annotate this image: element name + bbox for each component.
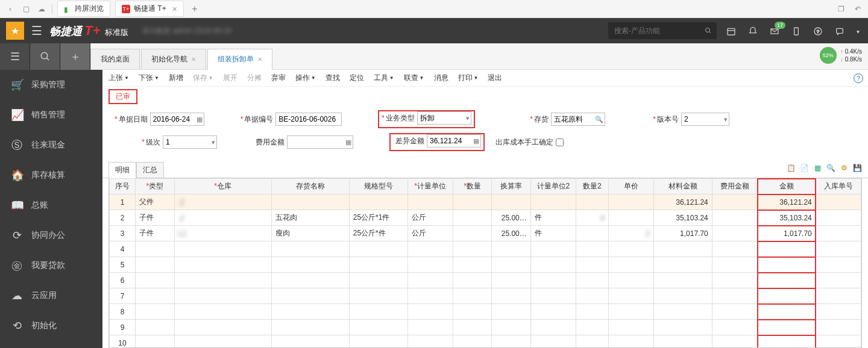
toolbar-查找[interactable]: 查找 [326,73,340,83]
search-input[interactable] [608,22,717,39]
table-row-empty[interactable]: 9 [110,320,861,335]
col-header[interactable]: 材料金额 [654,179,712,194]
save-layout-icon[interactable]: 💾 [852,163,862,173]
bell-icon[interactable] [746,25,760,36]
mail-icon[interactable]: 17 [767,25,782,36]
grid-actions: 📋 📄 ▦ 🔍 ⚙ 💾 [786,162,862,178]
table-row-empty[interactable]: 10 [110,335,861,349]
sidebar-item-house[interactable]: 🏠库存核算 [0,160,102,190]
level-input[interactable] [163,135,217,149]
dropdown-icon[interactable]: ▾ [466,114,470,122]
restore-icon[interactable]: ❐ [835,4,846,14]
toolbar-联查[interactable]: 联查▼ [404,73,424,83]
col-header[interactable]: 类型 [136,179,175,194]
favorite-icon[interactable]: ★ [6,22,24,40]
form-help-icon[interactable]: ? [854,73,863,83]
toolbar-上张[interactable]: 上张▼ [108,73,129,83]
table-row-empty[interactable]: 5 [110,257,861,273]
calendar-icon[interactable] [724,25,738,36]
toolbar-下张[interactable]: 下张▼ [139,73,159,83]
nav-add-icon[interactable]: ＋ [60,43,90,70]
version-input[interactable] [681,113,729,126]
doc-tab[interactable]: 初始化导航✕ [141,49,206,69]
biztype-input[interactable] [417,111,471,125]
sidebar-item-ledger[interactable]: 📖总账 [0,190,102,220]
sidebar-item-loan[interactable]: ㊎我要贷款 [0,250,102,281]
nav-search-icon[interactable] [30,43,60,70]
col-header[interactable]: 金额 [758,179,816,194]
dropdown-icon[interactable]: ▾ [724,116,728,123]
fee-input[interactable] [287,135,353,149]
toolbar-定位[interactable]: 定位 [350,73,364,83]
col-header[interactable]: 计量单位2 [530,179,576,194]
toolbar-操作[interactable]: 操作▼ [295,73,316,83]
lookup-icon[interactable]: 🔍 [595,116,603,123]
collapse-sidebar-icon[interactable]: ☰ [0,43,30,70]
diff-label: 差异金额 [393,136,424,146]
close-icon[interactable]: × [172,4,177,14]
new-tab-button[interactable]: + [189,3,201,15]
paste-icon[interactable]: 📄 [799,163,809,173]
close-icon[interactable]: ✕ [191,56,196,63]
col-header[interactable]: 费用金额 [712,179,757,194]
doc-tab[interactable]: 组装拆卸单✕ [207,49,272,70]
cloud-icon[interactable]: ☁ [36,4,47,14]
table-row-empty[interactable]: 7 [110,288,861,304]
back-icon[interactable]: ‹ [5,4,16,14]
col-header[interactable]: 规格型号 [349,179,407,194]
feedback-icon[interactable] [832,25,847,36]
close-icon[interactable]: ✕ [257,56,262,63]
zoom-icon[interactable]: 🔍 [826,163,835,173]
border-icon: ▢ [20,4,31,14]
col-header[interactable]: 仓库 [174,179,271,194]
sidebar-item-cart[interactable]: 🛒采购管理 [0,70,102,100]
col-header[interactable]: 换算率 [492,179,531,194]
col-header[interactable]: 入库单号 [816,179,861,194]
toolbar-退出[interactable]: 退出 [488,73,502,83]
col-header[interactable]: 单价 [608,179,653,194]
dropdown-icon[interactable]: ▾ [212,138,215,146]
calc-icon[interactable]: ▦ [345,138,351,146]
sidebar-item-chart[interactable]: 📈销售管理 [0,100,102,130]
calc-icon[interactable]: ▦ [473,137,479,145]
doc-tab[interactable]: 我的桌面 [90,49,140,69]
excel-icon[interactable]: ▦ [813,163,822,173]
browser-tab-1[interactable]: ▮ 跨屏浏览 [57,1,110,17]
search-icon[interactable] [702,25,714,37]
config-icon[interactable]: ⚙ [839,163,849,173]
sidebar-item-money[interactable]: Ⓢ往来现金 [0,130,102,160]
tab-detail[interactable]: 明细 [108,162,136,178]
chevron-down-icon: ▼ [420,75,424,81]
table-row[interactable]: 2 子件 .2 五花肉 25公斤*1件 公斤 25.00… 件 4 35,103… [110,210,861,226]
toolbar-消息[interactable]: 消息 [434,73,448,83]
table-row-empty[interactable]: 8 [110,304,861,320]
table-row-empty[interactable]: 6 [110,273,861,288]
toolbar-打印[interactable]: 打印▼ [458,73,479,83]
copy-icon[interactable]: 📋 [786,163,796,173]
sidebar-item-cloud[interactable]: ☁云应用 [0,281,102,311]
col-header[interactable]: 存货名称 [271,179,349,194]
help-icon[interactable]: ? [811,25,825,36]
toolbar-新增[interactable]: 新增 [169,73,183,83]
tab-summary[interactable]: 汇总 [136,162,164,178]
col-header[interactable]: 数量2 [576,179,609,194]
col-header[interactable]: 数量 [453,179,492,194]
phone-icon[interactable] [789,25,804,36]
col-header[interactable]: 计量单位 [407,179,453,194]
docno-input[interactable] [275,113,342,126]
table-row[interactable]: 3 子件 L2 瘦肉 25公斤*件 公斤 25.00… 件 2 1,017.70… [110,226,861,241]
sidebar-item-init[interactable]: ⟲初始化 [0,311,102,341]
hamburger-icon[interactable]: ☰ [31,23,42,38]
calendar-picker-icon[interactable]: ▦ [197,116,203,123]
sidebar-item-sync[interactable]: ⟳协同办公 [0,220,102,250]
col-header[interactable]: 序号 [110,179,136,194]
avatar[interactable]: ▾ [854,25,862,36]
toolbar-弃审[interactable]: 弃审 [271,73,286,83]
table-row-empty[interactable]: 4 [110,241,861,257]
toolbar-工具[interactable]: 工具▼ [374,73,394,83]
table-row[interactable]: 1 父件 .2 36,121.24 36,121.24 [110,194,861,210]
undo-icon[interactable]: ↶ [852,4,863,14]
manual-cost-checkbox[interactable] [556,138,564,146]
browser-tab-2[interactable]: T+ 畅捷通 T+ × [115,1,184,17]
form-header: 单据日期 ▦ 单据编号 业务类型 ▾ 存货 🔍 版本号 ▾ [102,107,868,162]
